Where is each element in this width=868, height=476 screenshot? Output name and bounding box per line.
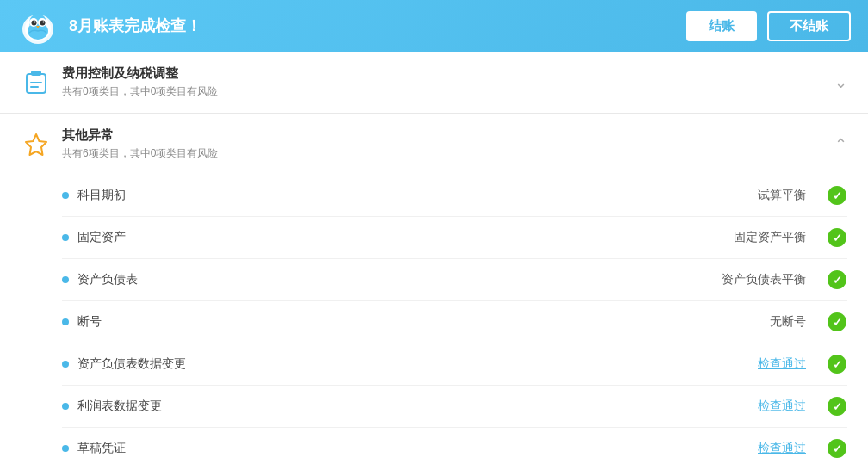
svg-point-9: [40, 21, 46, 26]
check-icon: ✓: [827, 396, 847, 417]
confirm-button[interactable]: 结账: [686, 11, 757, 41]
item-dot: [62, 361, 69, 368]
main-content: 费用控制及纳税调整 共有0项类目，其中0项类目有风险 ⌄ 其他异常 共有6项类目…: [0, 52, 868, 476]
item-dot: [62, 445, 69, 452]
star-icon: [21, 129, 52, 160]
check-icon: ✓: [827, 438, 847, 459]
svg-point-10: [34, 22, 36, 23]
item-dot: [62, 318, 69, 325]
item-status-link[interactable]: 检查通过: [720, 441, 806, 456]
header-buttons: 结账 不结账: [686, 11, 851, 41]
svg-rect-14: [31, 71, 41, 76]
section-expense-text: 费用控制及纳税调整 共有0项类目，其中0项类目有风险: [62, 65, 824, 99]
list-item: 科目期初 试算平衡 ✓: [62, 175, 847, 217]
svg-point-8: [32, 21, 37, 26]
list-item: 资产负债表数据变更 检查通过 ✓: [62, 343, 847, 386]
check-icon: ✓: [827, 227, 847, 248]
item-status-link[interactable]: 检查通过: [720, 356, 806, 372]
section-expense: 费用控制及纳税调整 共有0项类目，其中0项类目有风险 ⌄: [0, 52, 868, 114]
item-status: 无断号: [720, 314, 806, 330]
section-expense-title: 费用控制及纳税调整: [62, 65, 824, 82]
section-other-text: 其他异常 共有6项类目，其中0项类目有风险: [62, 127, 824, 161]
header: 8月账表完成检查！ 结账 不结账: [0, 0, 868, 52]
section-expense-header[interactable]: 费用控制及纳税调整 共有0项类目，其中0项类目有风险 ⌄: [0, 52, 868, 113]
item-name: 资产负债表: [78, 272, 720, 287]
check-icon: ✓: [827, 185, 847, 206]
list-item: 资产负债表 资产负债表平衡 ✓: [62, 259, 847, 301]
svg-marker-5: [42, 9, 47, 15]
section-expense-subtitle: 共有0项类目，其中0项类目有风险: [62, 84, 824, 99]
list-item: 草稿凭证 检查通过 ✓: [62, 428, 847, 469]
check-icon: ✓: [827, 312, 847, 332]
expense-icon: [21, 67, 52, 98]
item-name: 科目期初: [78, 188, 720, 203]
svg-marker-17: [26, 134, 46, 155]
item-dot: [62, 276, 69, 283]
item-name: 资产负债表数据变更: [78, 356, 720, 372]
list-item: 固定资产 固定资产平衡 ✓: [62, 217, 847, 259]
section-other-subtitle: 共有6项类目，其中0项类目有风险: [62, 146, 824, 161]
item-name: 固定资产: [78, 230, 720, 245]
svg-marker-4: [28, 9, 34, 15]
section-other: 其他异常 共有6项类目，其中0项类目有风险 ⌃ 科目期初 试算平衡 ✓ 固定资产…: [0, 114, 868, 476]
section-other-title: 其他异常: [62, 127, 824, 144]
item-status: 资产负债表平衡: [720, 272, 806, 287]
chevron-down-icon: ⌄: [834, 73, 847, 92]
svg-point-11: [43, 22, 45, 23]
item-dot: [62, 192, 69, 199]
item-dot: [62, 403, 69, 410]
item-status: 固定资产平衡: [720, 230, 806, 245]
item-name: 利润表数据变更: [78, 399, 720, 414]
item-dot: [62, 234, 69, 241]
list-item: 断号 无断号 ✓: [62, 301, 847, 343]
cancel-button[interactable]: 不结账: [767, 11, 851, 41]
item-name: 草稿凭证: [78, 441, 720, 456]
section-other-header[interactable]: 其他异常 共有6项类目，其中0项类目有风险 ⌃: [0, 114, 868, 175]
check-icon: ✓: [827, 269, 847, 290]
check-icon: ✓: [827, 354, 847, 374]
item-status-link[interactable]: 检查通过: [720, 399, 806, 414]
items-list: 科目期初 试算平衡 ✓ 固定资产 固定资产平衡 ✓ 资产负债表 资产负债表平衡: [0, 175, 868, 476]
mascot-icon: [17, 5, 59, 46]
item-name: 断号: [78, 314, 720, 330]
item-status: 试算平衡: [720, 188, 806, 203]
chevron-up-icon: ⌃: [834, 135, 847, 154]
list-item: 利润表数据变更 检查通过 ✓: [62, 386, 847, 428]
header-title: 8月账表完成检查！: [69, 15, 686, 36]
